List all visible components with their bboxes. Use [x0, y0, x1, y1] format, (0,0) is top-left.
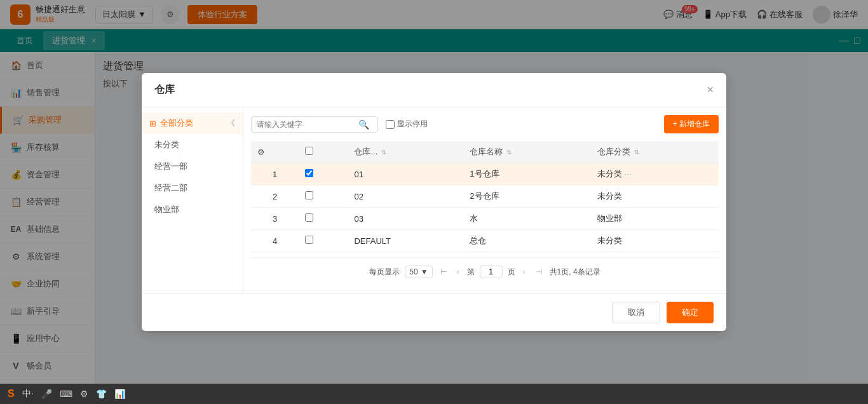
row2-checkbox[interactable] — [305, 191, 313, 199]
search-icon: 🔍 — [358, 119, 369, 130]
col-name: 仓库名称 ⇅ — [463, 141, 591, 163]
last-page-button[interactable]: ⊣ — [533, 266, 545, 278]
row2-name: 2号仓库 — [463, 185, 591, 208]
modal-title: 仓库 — [154, 83, 175, 97]
per-page-value: 50 — [409, 267, 417, 276]
page-label: 页 — [508, 267, 515, 278]
modal-close-button[interactable]: × — [707, 83, 714, 97]
sort-code-icon: ⇅ — [381, 149, 386, 156]
select-all-checkbox[interactable] — [305, 147, 313, 155]
bottom-mic-icon[interactable]: 🎤 — [41, 389, 52, 399]
bottom-bar: S 中· 🎤 ⌨ ⚙ 👕 📊 — [0, 384, 868, 404]
first-page-button[interactable]: ⊢ — [438, 266, 449, 278]
sort-category-icon: ⇅ — [634, 149, 639, 156]
category-item-unclassified[interactable]: 未分类 — [142, 134, 243, 156]
bottom-logo-icon: S — [8, 388, 15, 400]
bottom-chart-icon: 📊 — [114, 389, 125, 399]
row1-category: 未分类 ··· — [591, 163, 719, 185]
table-row[interactable]: 4 DEFAULT 总仓 未分类 — [251, 230, 719, 252]
row4-name: 总仓 — [463, 230, 591, 252]
row2-category: 未分类 — [591, 185, 719, 208]
category-item-dept2[interactable]: 经营二部 — [142, 177, 243, 199]
modal-overlay: 仓库 × ⊞ 全部分类 《 未分类 经营一部 经营二部 物业部 — [0, 0, 868, 404]
category-item-dept1[interactable]: 经营一部 — [142, 156, 243, 177]
category-panel: ⊞ 全部分类 《 未分类 经营一部 经营二部 物业部 — [142, 107, 243, 293]
bottom-keyboard-icon[interactable]: ⌨ — [60, 389, 72, 399]
add-warehouse-button[interactable]: + 新增仓库 — [664, 115, 719, 133]
row3-name: 水 — [463, 208, 591, 230]
bottom-shirt-icon: 👕 — [96, 389, 107, 399]
table-header-row: ⚙ 仓库... ⇅ 仓库名称 ⇅ 仓库分类 ⇅ — [251, 141, 719, 163]
table-row[interactable]: 1 01 1号仓库 未分类 ··· — [251, 163, 719, 185]
col-category: 仓库分类 ⇅ — [591, 141, 719, 163]
total-label: 共1页, 4条记录 — [550, 267, 600, 278]
bottom-settings-icon[interactable]: ⚙ — [80, 389, 88, 399]
row3-settings: 3 — [251, 208, 299, 230]
warehouse-modal: 仓库 × ⊞ 全部分类 《 未分类 经营一部 经营二部 物业部 — [142, 73, 726, 331]
table-header: ⚙ 仓库... ⇅ 仓库名称 ⇅ 仓库分类 ⇅ — [251, 141, 719, 163]
row2-code: 02 — [348, 185, 463, 208]
row3-checkbox[interactable] — [305, 213, 313, 222]
show-disabled-checkbox[interactable] — [386, 120, 395, 129]
per-page-select[interactable]: 50 ▼ — [405, 266, 432, 278]
table-container: ⚙ 仓库... ⇅ 仓库名称 ⇅ 仓库分类 ⇅ 1 01 — [251, 141, 719, 252]
modal-header: 仓库 × — [142, 73, 726, 107]
modal-body: ⊞ 全部分类 《 未分类 经营一部 经营二部 物业部 🔍 — [142, 107, 726, 293]
row4-code: DEFAULT — [348, 230, 463, 252]
all-category-button[interactable]: ⊞ 全部分类 《 — [142, 112, 243, 134]
col-code: 仓库... ⇅ — [348, 141, 463, 163]
next-page-button[interactable]: › — [520, 266, 528, 278]
confirm-button[interactable]: 确定 — [667, 302, 714, 323]
col-checkbox — [299, 141, 348, 163]
row1-checkbox-cell — [299, 163, 348, 185]
pagination: 每页显示 50 ▼ ⊢ ‹ 第 页 › ⊣ 共1页, 4条记录 — [251, 257, 719, 286]
search-bar: 🔍 显示停用 + 新增仓库 — [251, 115, 719, 133]
sort-name-icon: ⇅ — [506, 149, 512, 156]
row1-name: 1号仓库 — [463, 163, 591, 185]
search-input[interactable] — [257, 120, 358, 129]
row4-category: 未分类 — [591, 230, 719, 252]
cancel-button[interactable]: 取消 — [612, 302, 660, 323]
table-row[interactable]: 3 03 水 物业部 — [251, 208, 719, 230]
page-label-pre: 第 — [467, 267, 475, 278]
search-input-wrap: 🔍 — [251, 116, 378, 133]
row4-checkbox-cell — [299, 230, 348, 252]
warehouse-table: ⚙ 仓库... ⇅ 仓库名称 ⇅ 仓库分类 ⇅ 1 01 — [251, 141, 719, 252]
modal-footer: 取消 确定 — [142, 293, 726, 331]
row2-settings: 2 — [251, 185, 299, 208]
row1-settings: 1 — [251, 163, 299, 185]
row3-checkbox-cell — [299, 208, 348, 230]
category-item-property[interactable]: 物业部 — [142, 199, 243, 220]
grid-icon: ⊞ — [149, 119, 156, 128]
per-page-label: 每页显示 — [369, 267, 400, 278]
table-panel: 🔍 显示停用 + 新增仓库 ⚙ — [243, 107, 726, 293]
row4-settings: 4 — [251, 230, 299, 252]
table-body: 1 01 1号仓库 未分类 ··· 2 02 2号仓库 — [251, 163, 719, 252]
row3-code: 03 — [348, 208, 463, 230]
show-disabled-label: 显示停用 — [386, 119, 428, 130]
row4-checkbox[interactable] — [305, 236, 313, 244]
bottom-zh-icon: 中· — [22, 388, 34, 400]
page-number-input[interactable] — [480, 266, 503, 278]
row1-code: 01 — [348, 163, 463, 185]
all-category-label: 全部分类 — [160, 118, 193, 129]
collapse-icon[interactable]: 《 — [227, 118, 235, 129]
table-row[interactable]: 2 02 2号仓库 未分类 — [251, 185, 719, 208]
show-disabled-text: 显示停用 — [397, 119, 428, 130]
row2-checkbox-cell — [299, 185, 348, 208]
per-page-dropdown-icon: ▼ — [421, 267, 428, 276]
row3-category: 物业部 — [591, 208, 719, 230]
prev-page-button[interactable]: ‹ — [454, 266, 462, 278]
row1-checkbox[interactable] — [305, 169, 313, 177]
col-settings: ⚙ — [251, 141, 299, 163]
row1-more-icon[interactable]: ··· — [625, 169, 632, 178]
